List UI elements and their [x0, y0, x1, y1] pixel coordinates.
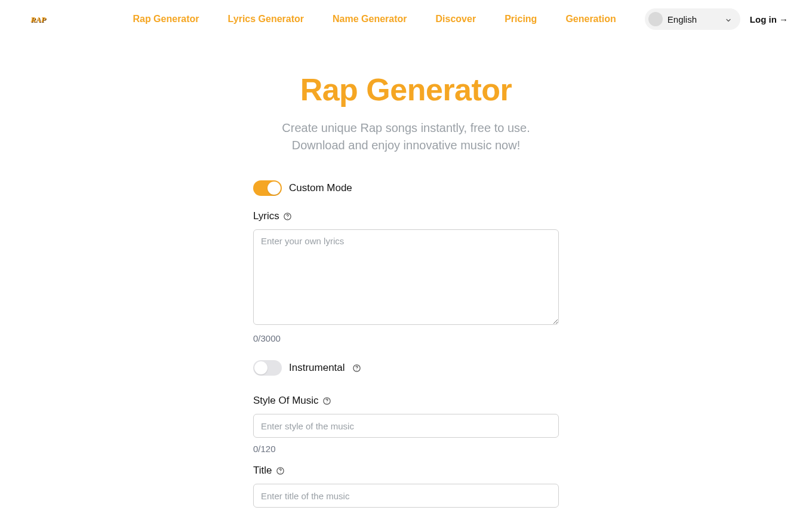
language-selector[interactable]: English — [645, 8, 740, 30]
svg-point-7 — [280, 472, 281, 473]
header: RAP Rap Generator Lyrics Generator Name … — [0, 0, 812, 38]
style-label: Style Of Music — [253, 395, 319, 407]
help-icon[interactable] — [276, 466, 285, 475]
main-content: Rap Generator Create unique Rap songs in… — [119, 38, 693, 513]
language-name: English — [668, 14, 697, 24]
svg-point-5 — [327, 403, 327, 403]
style-counter: 0/120 — [253, 444, 559, 454]
nav-lyrics-generator[interactable]: Lyrics Generator — [228, 14, 304, 24]
login-link[interactable]: Log in → — [750, 14, 788, 24]
toggle-knob — [267, 182, 281, 195]
svg-point-3 — [356, 370, 357, 370]
help-icon[interactable] — [352, 364, 361, 373]
logo[interactable]: RAP — [24, 7, 53, 31]
title-label-row: Title — [253, 465, 559, 477]
custom-mode-row: Custom Mode — [253, 180, 559, 196]
style-input[interactable] — [253, 414, 559, 438]
title-label: Title — [253, 465, 272, 477]
subtitle-line-2: Download and enjoy innovative music now! — [292, 139, 520, 152]
page-subtitle: Create unique Rap songs instantly, free … — [119, 119, 693, 154]
nav-generation[interactable]: Generation — [565, 14, 616, 24]
chevron-down-icon — [725, 16, 732, 23]
lyrics-counter: 0/3000 — [253, 333, 559, 343]
instrumental-toggle[interactable] — [253, 360, 282, 376]
nav-rap-generator[interactable]: Rap Generator — [133, 14, 199, 24]
main-nav: Rap Generator Lyrics Generator Name Gene… — [133, 8, 788, 30]
header-right-group: English Log in → — [645, 8, 788, 30]
help-icon[interactable] — [322, 397, 331, 406]
help-icon[interactable] — [283, 212, 292, 221]
nav-discover[interactable]: Discover — [436, 14, 476, 24]
lyrics-label: Lyrics — [253, 210, 279, 222]
custom-mode-label: Custom Mode — [289, 182, 352, 194]
title-input[interactable] — [253, 484, 559, 508]
flag-icon — [648, 12, 663, 26]
instrumental-label: Instrumental — [289, 362, 345, 374]
generator-form: Custom Mode Lyrics 0/3000 Instrumental S… — [253, 180, 559, 513]
language-left: English — [648, 12, 697, 26]
instrumental-row: Instrumental — [253, 360, 559, 376]
lyrics-input[interactable] — [253, 229, 559, 325]
custom-mode-toggle[interactable] — [253, 180, 282, 196]
style-label-row: Style Of Music — [253, 395, 559, 407]
subtitle-line-1: Create unique Rap songs instantly, free … — [282, 121, 530, 134]
lyrics-label-row: Lyrics — [253, 210, 559, 222]
toggle-knob — [254, 361, 267, 374]
page-title: Rap Generator — [119, 72, 693, 107]
nav-pricing[interactable]: Pricing — [505, 14, 537, 24]
nav-name-generator[interactable]: Name Generator — [333, 14, 407, 24]
svg-point-1 — [287, 218, 288, 219]
